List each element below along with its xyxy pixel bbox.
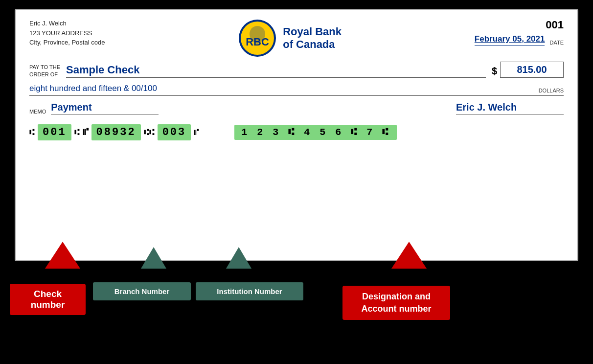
date-label: DATE	[549, 40, 564, 46]
memo-label: MEMO	[29, 109, 46, 114]
check-number-arrow	[45, 242, 80, 269]
amount-wrapper: $ 815.00	[492, 62, 564, 78]
micr-check-number: 001	[38, 124, 71, 140]
payee-line: Sample Check	[66, 64, 486, 78]
written-amount: eight hundred and fifteen & 00/100	[29, 84, 157, 93]
institution-arrow	[226, 247, 251, 269]
account-holder-address: Eric J. Welch 123 YOUR ADDRESS City, Pro…	[29, 19, 105, 47]
micr-line: ⑆ 001 ⑆ ⑈ 08932 ⑆⑆ 003 ⑈ 1 2 3 ⑆ 4 5 6 ⑆…	[29, 124, 564, 140]
check-header: Eric J. Welch 123 YOUR ADDRESS City, Pro…	[29, 19, 564, 58]
dollar-sign: $	[492, 66, 497, 77]
micr-branch: 08932	[91, 124, 141, 140]
account-label: Designation andAccount number	[342, 286, 450, 320]
micr-symbol-1: ⑆	[29, 128, 35, 137]
account-arrow	[391, 242, 427, 269]
micr-account: 1 2 3 ⑆ 4 5 6 ⑆ 7 ⑆	[234, 125, 397, 140]
micr-symbol-2: ⑆	[74, 128, 80, 137]
micr-symbol-4: ⑈	[194, 128, 199, 137]
check-top-right: 001 February 05, 2021 DATE	[475, 19, 564, 46]
rbc-logo-icon: RBC	[238, 19, 277, 58]
memo-value: Payment	[51, 102, 91, 113]
bank-logo: RBC Royal Bank of Canada	[238, 19, 342, 58]
written-amount-row: eight hundred and fifteen & 00/100 DOLLA…	[29, 84, 564, 96]
dollars-label: DOLLARS	[539, 88, 564, 93]
memo-row: MEMO Payment Eric J. Welch	[29, 102, 564, 114]
bank-name-text: Royal Bank of Canada	[283, 25, 342, 51]
payee-name: Sample Check	[66, 64, 139, 76]
institution-label: Institution Number	[196, 282, 303, 300]
pay-to-row: PAY TO THE ORDER OF Sample Check $ 815.0…	[29, 62, 564, 78]
holder-address-line2: City, Province, Postal code	[29, 38, 105, 47]
pay-to-label: PAY TO THE ORDER OF	[29, 64, 60, 78]
memo-line: Payment	[51, 102, 159, 114]
branch-arrow	[141, 247, 166, 269]
amount-value: 815.00	[517, 64, 547, 75]
branch-label: Branch Number	[93, 282, 191, 300]
micr-symbol-3: ⑆⑆	[144, 128, 155, 137]
check-number-display: 001	[546, 19, 564, 31]
micr-separator-1: ⑈	[83, 127, 89, 138]
annotation-area	[0, 261, 593, 364]
check-document: Eric J. Welch 123 YOUR ADDRESS City, Pro…	[15, 9, 578, 261]
holder-name: Eric J. Welch	[29, 19, 105, 28]
micr-institution: 003	[158, 124, 191, 140]
holder-address-line1: 123 YOUR ADDRESS	[29, 28, 105, 38]
signature-value: Eric J. Welch	[456, 102, 517, 113]
memo-left: MEMO Payment	[29, 102, 159, 114]
amount-box: 815.00	[500, 62, 564, 78]
check-date: February 05, 2021	[475, 34, 545, 46]
check-number-label: Checknumber	[10, 284, 86, 315]
signature-line: Eric J. Welch	[456, 102, 564, 114]
